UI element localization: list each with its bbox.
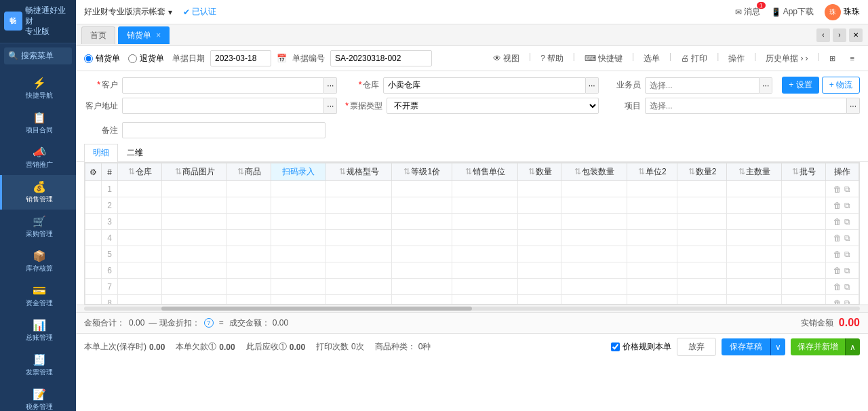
row-product-img[interactable] xyxy=(161,295,227,305)
row-unit[interactable] xyxy=(452,295,518,305)
pack-qty-col-header[interactable]: ⇅包装数量 xyxy=(561,163,627,181)
row-scan[interactable] xyxy=(271,262,326,279)
row-product-img[interactable] xyxy=(161,181,227,197)
row-batch[interactable] xyxy=(782,214,826,230)
horizontal-scrollbar[interactable] xyxy=(84,307,860,311)
shortcuts-button[interactable]: ⌨ 快捷键 xyxy=(579,52,628,66)
row-pack-qty[interactable] xyxy=(561,197,627,214)
row-product[interactable] xyxy=(227,262,271,279)
tab-sale-order[interactable]: 销货单 × xyxy=(118,26,170,44)
copy-icon[interactable]: ⧉ xyxy=(844,282,850,292)
warehouse-more-button[interactable]: ··· xyxy=(586,77,599,94)
row-batch[interactable] xyxy=(782,262,826,279)
row-unit2[interactable] xyxy=(627,279,677,295)
row-qty[interactable] xyxy=(517,230,561,246)
sidebar-item-marketing[interactable]: 📣 营销推广 xyxy=(0,140,76,175)
row-main-qty[interactable] xyxy=(727,230,782,246)
row-batch[interactable] xyxy=(782,197,826,214)
row-spec[interactable] xyxy=(326,197,391,214)
row-qty2[interactable] xyxy=(677,279,727,295)
row-product[interactable] xyxy=(227,279,271,295)
row-settings[interactable] xyxy=(85,279,102,295)
row-batch[interactable] xyxy=(782,295,826,305)
delete-icon[interactable]: 🗑 xyxy=(833,282,842,292)
project-more-button[interactable]: ··· xyxy=(847,98,860,114)
row-warehouse[interactable] xyxy=(118,246,162,262)
sidebar-item-accounts[interactable]: 📊 总账管理 xyxy=(0,313,76,348)
abandon-button[interactable]: 放弃 xyxy=(677,338,716,356)
row-unit[interactable] xyxy=(452,230,518,246)
customer-more-button[interactable]: ··· xyxy=(324,77,337,94)
qty-col-header[interactable]: ⇅数量 xyxy=(517,163,561,181)
save-draft-arrow-button[interactable]: ∨ xyxy=(770,338,785,355)
company-selector[interactable]: 好业财专业版演示帐套 ▾ xyxy=(84,6,172,18)
copy-icon[interactable]: ⧉ xyxy=(844,184,850,194)
copy-icon[interactable]: ⧉ xyxy=(844,266,850,275)
row-price[interactable] xyxy=(391,295,452,305)
row-product-img[interactable] xyxy=(161,262,227,279)
return-order-radio[interactable]: 退货单 xyxy=(128,53,164,64)
row-scan[interactable] xyxy=(271,246,326,262)
settings-header[interactable]: ⚙ xyxy=(85,163,102,181)
staff-more-button[interactable]: ··· xyxy=(760,77,772,94)
row-settings[interactable] xyxy=(85,295,102,305)
scan-col-header[interactable]: 扫码录入 xyxy=(271,163,326,181)
settings-button[interactable]: + 设置 xyxy=(782,77,818,94)
row-qty2[interactable] xyxy=(677,295,727,305)
tab-prev-button[interactable]: ‹ xyxy=(816,28,830,42)
delete-icon[interactable]: 🗑 xyxy=(833,201,842,210)
row-unit[interactable] xyxy=(452,246,518,262)
row-pack-qty[interactable] xyxy=(561,246,627,262)
product-col-header[interactable]: ⇅商品 xyxy=(227,163,271,181)
tab-2d[interactable]: 二维 xyxy=(118,144,152,161)
history-button[interactable]: 历史单据 › › xyxy=(760,52,813,66)
copy-icon[interactable]: ⧉ xyxy=(844,250,850,259)
row-pack-qty[interactable] xyxy=(561,295,627,305)
save-new-arrow-button[interactable]: ∧ xyxy=(845,338,860,355)
help-icon[interactable]: ? xyxy=(204,318,214,328)
address-more-button[interactable]: ··· xyxy=(324,98,337,114)
row-settings[interactable] xyxy=(85,197,102,214)
row-batch[interactable] xyxy=(782,279,826,295)
warehouse-input[interactable] xyxy=(383,77,585,94)
row-qty[interactable] xyxy=(517,181,561,197)
sidebar-item-sales[interactable]: 💰 销售管理 xyxy=(0,175,76,210)
warehouse-col-header[interactable]: ⇅仓库 xyxy=(118,163,162,181)
row-scan[interactable] xyxy=(271,295,326,305)
row-qty2[interactable] xyxy=(677,246,727,262)
row-product[interactable] xyxy=(227,214,271,230)
project-input[interactable] xyxy=(645,98,847,114)
row-settings[interactable] xyxy=(85,214,102,230)
row-price[interactable] xyxy=(391,181,452,197)
row-product[interactable] xyxy=(227,246,271,262)
row-spec[interactable] xyxy=(326,214,391,230)
row-price[interactable] xyxy=(391,230,452,246)
user-menu[interactable]: 珠 珠珠 xyxy=(825,4,860,20)
row-settings[interactable] xyxy=(85,181,102,197)
row-unit2[interactable] xyxy=(627,181,677,197)
unit-col-header[interactable]: ⇅销售单位 xyxy=(452,163,518,181)
sidebar-item-inventory[interactable]: 📦 库存核算 xyxy=(0,244,76,279)
row-qty[interactable] xyxy=(517,262,561,279)
row-spec[interactable] xyxy=(326,246,391,262)
print-button[interactable]: 🖨 打印 xyxy=(675,52,713,66)
copy-icon[interactable]: ⧉ xyxy=(844,201,850,210)
product-img-col-header[interactable]: ⇅商品图片 xyxy=(161,163,227,181)
row-scan[interactable] xyxy=(271,181,326,197)
row-warehouse[interactable] xyxy=(118,295,162,305)
spec-col-header[interactable]: ⇅规格型号 xyxy=(326,163,391,181)
main-qty-col-header[interactable]: ⇅主数量 xyxy=(727,163,782,181)
delete-icon[interactable]: 🗑 xyxy=(833,266,842,275)
row-spec[interactable] xyxy=(326,181,391,197)
row-main-qty[interactable] xyxy=(727,279,782,295)
tab-home[interactable]: 首页 xyxy=(81,26,115,44)
grid-view-button[interactable]: ⊞ xyxy=(824,52,841,66)
copy-icon[interactable]: ⧉ xyxy=(844,233,850,243)
row-product[interactable] xyxy=(227,197,271,214)
batch-col-header[interactable]: ⇅批号 xyxy=(782,163,826,181)
row-pack-qty[interactable] xyxy=(561,262,627,279)
row-product[interactable] xyxy=(227,230,271,246)
row-pack-qty[interactable] xyxy=(561,181,627,197)
select-order-button[interactable]: 选单 xyxy=(638,52,665,66)
row-qty2[interactable] xyxy=(677,214,727,230)
